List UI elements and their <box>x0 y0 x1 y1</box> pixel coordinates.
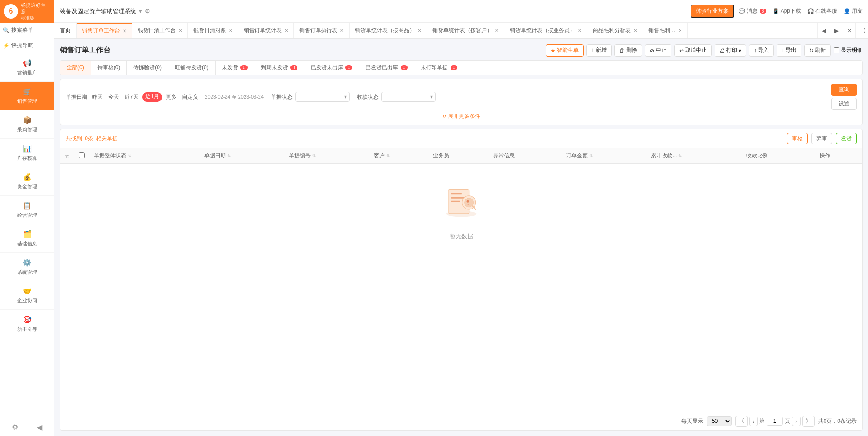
sidebar-item-operations[interactable]: 📋 经营管理 <box>0 196 54 224</box>
sidebar-item-sales[interactable]: 🛒 销售管理 <box>0 82 54 110</box>
app-download-action[interactable]: 📱 App下载 <box>772 7 801 15</box>
page-last-btn[interactable]: 》 <box>802 416 815 427</box>
filter-tab-shipped-out[interactable]: 已发货已出库 0 <box>359 61 414 75</box>
page-size-select[interactable]: 50 100 200 <box>707 416 732 426</box>
settings-footer-btn[interactable]: ⚙ <box>12 423 18 431</box>
refresh-btn[interactable]: ↻ 刷新 <box>804 44 831 57</box>
select-all-checkbox[interactable] <box>79 152 85 158</box>
svg-point-8 <box>466 200 469 203</box>
sort-num[interactable]: 单据编号 <box>289 152 316 160</box>
message-action[interactable]: 💬 消息 6 <box>739 7 766 15</box>
settings-icon[interactable]: ⚙ <box>145 8 150 14</box>
set-btn[interactable]: 设置 <box>831 98 857 110</box>
tab-close-sales-exec[interactable]: ✕ <box>340 28 344 33</box>
tab-close-sales-stats[interactable]: ✕ <box>284 28 288 33</box>
filter-tab-all[interactable]: 全部(0) <box>60 61 91 75</box>
tab-close-staff-stats[interactable]: ✕ <box>578 28 581 33</box>
quick-nav-item[interactable]: ⚡ 快捷导航 <box>0 38 54 53</box>
cancel-suspend-btn[interactable]: ↩ 取消中止 <box>674 44 712 57</box>
show-detail-checkbox-wrap[interactable]: 显示明细 <box>834 47 863 54</box>
cancel-suspend-icon: ↩ <box>679 47 684 54</box>
date-opt-1month[interactable]: 近1月 <box>142 92 163 102</box>
tab-money-goods[interactable]: 钱货日清工作台 ✕ <box>132 23 188 39</box>
date-opt-7days[interactable]: 近7天 <box>123 92 140 102</box>
import-btn[interactable]: ↑ 导入 <box>749 44 774 57</box>
app-icon: 📱 <box>772 8 779 14</box>
tab-home[interactable]: 首页 <box>54 23 77 39</box>
tab-fullscreen[interactable]: ⛶ <box>855 23 868 39</box>
online-service-action[interactable]: 🎧 在线客服 <box>807 7 837 15</box>
date-opt-today[interactable]: 今天 <box>106 92 121 102</box>
sidebar-item-enterprise[interactable]: 🤝 企业协同 <box>0 281 54 310</box>
date-opt-custom[interactable]: 自定义 <box>180 92 200 102</box>
tab-sales-order[interactable]: 销售订单工作台 ✕ <box>77 23 132 39</box>
search-menu-item[interactable]: 🔍 搜索菜单 <box>0 23 54 38</box>
tab-close-margin-analysis[interactable]: ✕ <box>633 28 637 33</box>
sidebar-item-inventory[interactable]: 📊 库存核算 <box>0 139 54 167</box>
filter-tab-overdue-ship[interactable]: 到期未发货 0 <box>254 61 304 75</box>
tab-close-reconciliation[interactable]: ✕ <box>229 28 232 33</box>
page-prev-btn[interactable]: ‹ <box>749 417 758 426</box>
tab-staff-stats[interactable]: 销货单统计表（按业务员） ✕ <box>504 23 587 39</box>
tab-sales-stats[interactable]: 销售订单统计表 ✕ <box>238 23 294 39</box>
filter-tab-wangpu-ship[interactable]: 旺铺待发货(0) <box>168 61 216 75</box>
page-first-btn[interactable]: 《 <box>735 416 748 427</box>
sort-customer[interactable]: 客户 <box>374 152 390 160</box>
filter-expand-btn[interactable]: ∨ 展开更多条件 <box>66 113 857 120</box>
tab-close-money-goods[interactable]: ✕ <box>178 28 182 33</box>
sidebar-item-marketing[interactable]: 📢 营销推广 <box>0 53 54 82</box>
sidebar-item-purchase[interactable]: 📦 采购管理 <box>0 110 54 139</box>
th-status: 单据整体状态 <box>89 148 200 164</box>
tab-customer-stats[interactable]: 销货单统计表（按客户） ✕ <box>427 23 504 39</box>
delete-btn[interactable]: 🗑 删除 <box>614 44 642 57</box>
tab-close-customer-stats[interactable]: ✕ <box>495 28 499 33</box>
sort-status[interactable]: 单据整体状态 <box>94 152 131 160</box>
quick-icon: ⚡ <box>3 43 10 49</box>
filter-tab-pending-check[interactable]: 待拣验货(0) <box>127 61 168 75</box>
tab-close-sales-margin[interactable]: ✕ <box>678 28 682 33</box>
tab-close-product-stats[interactable]: ✕ <box>417 28 421 33</box>
tab-close-all[interactable]: ✕ <box>843 23 855 39</box>
suspend-btn[interactable]: ⊘ 中止 <box>645 44 671 57</box>
audit-btn[interactable]: 审核 <box>787 133 808 144</box>
sort-cumulative[interactable]: 累计收款... <box>651 152 682 160</box>
query-btn[interactable]: 查询 <box>831 84 857 96</box>
tab-scroll-left[interactable]: ◀ <box>817 23 830 39</box>
pagination: 每页显示 50 100 200 《 ‹ 第 页 › 》 共0页，0条记录 <box>60 412 862 430</box>
date-opt-yesterday[interactable]: 昨天 <box>90 92 105 102</box>
sidebar-item-guide[interactable]: 🎯 新手引导 <box>0 310 54 338</box>
status-select[interactable] <box>295 92 350 102</box>
page-input[interactable] <box>767 417 783 426</box>
show-detail-checkbox[interactable] <box>834 47 839 53</box>
sidebar-item-system[interactable]: ⚙️ 系统管理 <box>0 253 54 281</box>
sidebar-item-basic-info[interactable]: 🗂️ 基础信息 <box>0 224 54 253</box>
print-btn[interactable]: 🖨 打印 ▾ <box>715 44 746 57</box>
sidebar-item-finance[interactable]: 💰 资金管理 <box>0 167 54 196</box>
tab-scroll-right[interactable]: ▶ <box>830 23 843 39</box>
collapse-sidebar-btn[interactable]: ◀ <box>37 423 42 431</box>
add-btn[interactable]: + 新增 <box>586 44 612 57</box>
tab-margin-analysis[interactable]: 商品毛利分析表 ✕ <box>587 23 643 39</box>
empty-state: 暂无数据 <box>60 164 862 259</box>
smart-generate-btn[interactable]: ★ 智能生单 <box>546 44 584 57</box>
sort-amount[interactable]: 订单金额 <box>566 152 593 160</box>
page-next-btn[interactable]: › <box>792 417 800 426</box>
ship-action-btn[interactable]: 发货 <box>836 133 857 144</box>
tab-close-sales-order[interactable]: ✕ <box>123 28 126 33</box>
filter-tab-unshipped[interactable]: 未发货 0 <box>216 61 254 75</box>
sort-date[interactable]: 单据日期 <box>204 152 231 160</box>
cancel-audit-btn[interactable]: 弃审 <box>811 133 832 144</box>
user-action[interactable]: 👤 用友 <box>844 7 863 15</box>
th-customer: 客户 <box>369 148 428 164</box>
export-btn[interactable]: ↓ 导出 <box>777 44 801 57</box>
date-opt-more[interactable]: 更多 <box>164 92 178 102</box>
receipt-select[interactable] <box>381 92 436 102</box>
tab-reconciliation[interactable]: 钱货日清对账 ✕ <box>188 23 238 39</box>
filter-tab-unprinted[interactable]: 未打印单据 0 <box>414 61 464 75</box>
filter-tab-shipped-not-out[interactable]: 已发货未出库 0 <box>304 61 360 75</box>
tab-sales-exec[interactable]: 销售订单执行表 ✕ <box>294 23 350 39</box>
tab-sales-margin[interactable]: 销售毛利… ✕ <box>643 23 688 39</box>
industry-btn[interactable]: 体验行业方案 <box>691 5 734 18</box>
filter-tab-pending-audit[interactable]: 待审核(0) <box>91 61 127 75</box>
tab-product-stats[interactable]: 销货单统计表（按商品） ✕ <box>350 23 427 39</box>
